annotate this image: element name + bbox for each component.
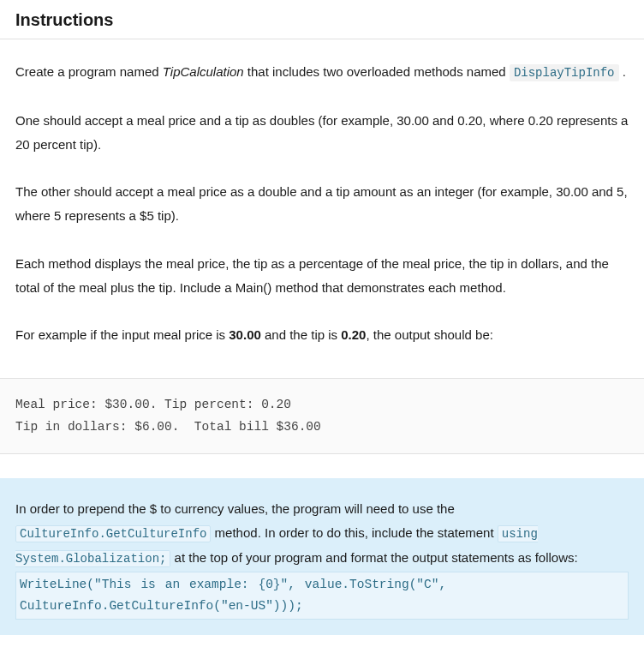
info-box: In order to prepend the $ to currency va… [0,478,644,635]
paragraph-1: Create a program named TipCalculation th… [15,60,629,85]
example-output-code: Meal price: $30.00. Tip percent: 0.20 Ti… [15,394,629,438]
page-title: Instructions [15,10,629,30]
text: . [619,64,626,79]
text: and the tip is [261,327,341,342]
text: Create a program named [15,64,163,79]
info-code-line: WriteLine("This is an example: {0}", val… [15,572,629,619]
method-name-code: DisplayTipInfo [510,64,619,81]
bold-value: 30.00 [229,327,261,342]
instructions-body: Create a program named TipCalculation th… [0,39,644,378]
text: that includes two overloaded methods nam… [244,64,510,79]
paragraph-4: Each method displays the meal price, the… [15,252,629,300]
inline-code: CultureInfo.GetCultureInfo [15,525,211,542]
text: In order to prepend the $ to currency va… [15,501,455,516]
text: method. In order to do this, include the… [211,525,497,540]
paragraph-2: One should accept a meal price and a tip… [15,109,629,157]
paragraph-3: The other should accept a meal price as … [15,180,629,228]
paragraph-5: For example if the input meal price is 3… [15,323,629,347]
text: For example if the input meal price is [15,327,229,342]
text: , the output should be: [366,327,492,342]
example-output-block: Meal price: $30.00. Tip percent: 0.20 Ti… [0,378,644,454]
instructions-header: Instructions [0,0,644,39]
program-name: TipCalculation [163,64,244,79]
bold-value: 0.20 [341,327,366,342]
info-paragraph: In order to prepend the $ to currency va… [15,497,629,571]
text: at the top of your program and format th… [170,550,577,565]
